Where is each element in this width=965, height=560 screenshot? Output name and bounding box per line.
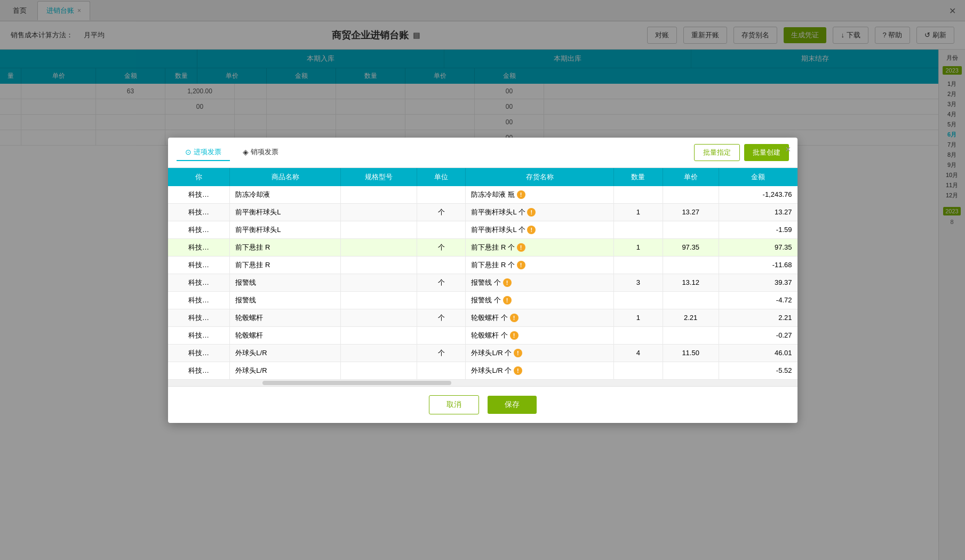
cell-product: 前平衡杆球头L — [230, 221, 341, 238]
modal-table-header: 你 商品名称 规格型号 单位 存货名称 数量 单价 金额 — [168, 168, 797, 186]
cell-company: 科技… — [168, 344, 230, 362]
cell-price: 2.21 — [663, 309, 719, 326]
th-unit: 单位 — [417, 168, 466, 186]
th-spec: 规格型号 — [340, 168, 417, 186]
cell-company: 科技… — [168, 238, 230, 256]
modal-overlay: ⊙ 进项发票 ◈ 销项发票 批量指定 批量创建 × 你 商品名称 规格型号 — [0, 0, 965, 560]
cancel-button[interactable]: 取消 — [429, 395, 479, 414]
cell-company: 科技… — [168, 203, 230, 221]
modal-table-row: 科技… 前下悬挂 R 个 前下悬挂 R 个 ! 1 97.35 97.35 — [168, 238, 797, 256]
cell-amount: 46.01 — [719, 344, 797, 362]
cell-amount: 13.27 — [719, 203, 797, 221]
cell-company: 科技… — [168, 256, 230, 274]
cell-qty — [613, 221, 663, 238]
cell-unit: 个 — [417, 309, 466, 326]
cell-qty: 4 — [613, 344, 663, 362]
warning-icon: ! — [503, 296, 512, 305]
save-button[interactable]: 保存 — [488, 396, 537, 414]
cell-amount: -5.52 — [719, 362, 797, 379]
cell-qty — [613, 256, 663, 274]
warning-icon: ! — [527, 226, 536, 234]
cell-price: 13.12 — [663, 274, 719, 291]
th-qty: 数量 — [613, 168, 663, 186]
cell-unit — [417, 221, 466, 238]
cell-unit: 个 — [417, 344, 466, 362]
batch-assign-button[interactable]: 批量指定 — [694, 144, 740, 161]
cell-unit — [417, 362, 466, 379]
cell-unit: 个 — [417, 238, 466, 256]
cell-qty — [613, 291, 663, 309]
cell-product: 外球头L/R — [230, 362, 341, 379]
warning-icon: ! — [510, 314, 519, 322]
warning-icon: ! — [503, 278, 512, 287]
cell-company: 科技… — [168, 309, 230, 326]
modal-table-row: 科技… 外球头L/R 个 外球头L/R 个 ! 4 11.50 46.01 — [168, 344, 797, 362]
cell-qty: 1 — [613, 309, 663, 326]
cell-company: 科技… — [168, 186, 230, 204]
cell-unit — [417, 256, 466, 274]
cell-inventory: 前下悬挂 R 个 ! — [466, 256, 614, 274]
inbound-tab-icon: ⊙ — [185, 148, 192, 156]
modal-close-button[interactable]: × — [785, 144, 791, 155]
cell-unit: 个 — [417, 203, 466, 221]
modal-scrollbar-thumb — [262, 381, 451, 385]
cell-unit — [417, 291, 466, 309]
modal-table: 你 商品名称 规格型号 单位 存货名称 数量 单价 金额 科技… 防冻冷却液 — [168, 168, 797, 380]
modal-table-row: 科技… 轮毂螺杆 个 轮毂螺杆 个 ! 1 2.21 2.21 — [168, 309, 797, 326]
cell-spec — [340, 309, 417, 326]
warning-icon: ! — [514, 366, 522, 375]
warning-icon: ! — [517, 243, 525, 252]
cell-spec — [340, 362, 417, 379]
modal-table-row: 科技… 前平衡杆球头L 个 前平衡杆球头L 个 ! 1 13.27 13.27 — [168, 203, 797, 221]
cell-inventory: 外球头L/R 个 ! — [466, 362, 614, 379]
cell-product: 外球头L/R — [230, 344, 341, 362]
cell-unit — [417, 186, 466, 204]
cell-product: 轮毂螺杆 — [230, 326, 341, 344]
cell-amount: -11.68 — [719, 256, 797, 274]
cell-amount: -0.27 — [719, 326, 797, 344]
cell-price — [663, 221, 719, 238]
cell-amount: -1.59 — [719, 221, 797, 238]
cell-product: 前下悬挂 R — [230, 256, 341, 274]
cell-unit — [417, 326, 466, 344]
tab-inbound-invoice[interactable]: ⊙ 进项发票 — [177, 144, 230, 161]
cell-product: 前平衡杆球头L — [230, 203, 341, 221]
modal-table-row: 科技… 外球头L/R 外球头L/R 个 ! -5.52 — [168, 362, 797, 379]
cell-inventory: 前下悬挂 R 个 ! — [466, 238, 614, 256]
cell-price — [663, 362, 719, 379]
cell-spec — [340, 256, 417, 274]
cell-product: 前下悬挂 R — [230, 238, 341, 256]
cell-price — [663, 291, 719, 309]
cell-inventory: 前平衡杆球头L 个 ! — [466, 203, 614, 221]
cell-qty — [613, 186, 663, 204]
modal-scrollbar[interactable] — [168, 380, 797, 386]
cell-spec — [340, 186, 417, 204]
cell-spec — [340, 203, 417, 221]
cell-qty — [613, 362, 663, 379]
cell-price — [663, 256, 719, 274]
modal-dialog: ⊙ 进项发票 ◈ 销项发票 批量指定 批量创建 × 你 商品名称 规格型号 — [168, 138, 797, 423]
cell-amount: 2.21 — [719, 309, 797, 326]
cell-company: 科技… — [168, 291, 230, 309]
cell-spec — [340, 326, 417, 344]
modal-table-body: 科技… 防冻冷却液 防冻冷却液 瓶 ! -1,243.76 科技… 前平衡杆球头… — [168, 186, 797, 380]
modal-footer: 取消 保存 — [168, 386, 797, 423]
batch-create-button[interactable]: 批量创建 — [744, 144, 789, 161]
th-product-name: 商品名称 — [230, 168, 341, 186]
modal-actions: 批量指定 批量创建 — [694, 144, 789, 161]
cell-spec — [340, 291, 417, 309]
cell-spec — [340, 238, 417, 256]
cell-company: 科技… — [168, 362, 230, 379]
modal-table-wrap: 你 商品名称 规格型号 单位 存货名称 数量 单价 金额 科技… 防冻冷却液 — [168, 168, 797, 380]
cell-company: 科技… — [168, 274, 230, 291]
cell-inventory: 报警线 个 ! — [466, 274, 614, 291]
warning-icon: ! — [514, 349, 522, 357]
cell-product: 轮毂螺杆 — [230, 309, 341, 326]
th-company: 你 — [168, 168, 230, 186]
tab-outbound-invoice[interactable]: ◈ 销项发票 — [234, 144, 287, 161]
cell-spec — [340, 344, 417, 362]
cell-qty: 1 — [613, 203, 663, 221]
cell-amount: -4.72 — [719, 291, 797, 309]
warning-icon: ! — [517, 190, 525, 199]
modal-table-row: 科技… 报警线 报警线 个 ! -4.72 — [168, 291, 797, 309]
